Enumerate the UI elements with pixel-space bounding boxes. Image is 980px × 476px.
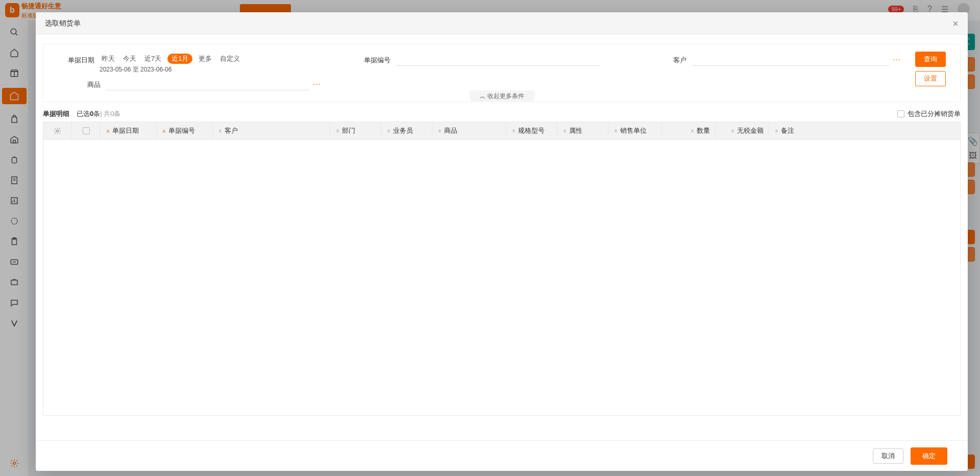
filter-customer-label: 客户 (651, 54, 692, 65)
col-customer[interactable]: ▲▼客户 (213, 122, 330, 139)
customer-picker-icon[interactable]: ··· (890, 55, 904, 64)
cancel-button[interactable]: 取消 (873, 448, 903, 464)
horizontal-scrollbar[interactable] (43, 433, 961, 440)
selected-count: 已选0条 (77, 109, 100, 118)
col-unit[interactable]: ▲▼销售单位 (608, 122, 662, 139)
date-tag-custom[interactable]: 自定义 (218, 54, 242, 64)
date-tag-today[interactable]: 今天 (121, 54, 138, 64)
column-settings-icon[interactable] (43, 122, 72, 139)
date-tag-last1month[interactable]: 近1月 (167, 54, 192, 64)
date-sep: 至 (133, 66, 139, 73)
chevron-up-icon: ︽ (480, 92, 485, 100)
col-docno[interactable]: ▲▼单据编号 (157, 122, 213, 139)
modal-overlay: 选取销货单 × 单据日期 昨天 今天 近7天 近1月 (0, 0, 980, 476)
select-sales-order-modal: 选取销货单 × 单据日期 昨天 今天 近7天 近1月 (36, 12, 968, 471)
customer-input[interactable] (692, 54, 890, 66)
docno-input[interactable] (396, 54, 600, 66)
filter-actions: 查询 设置 (915, 52, 946, 86)
filter-docno-label: 单据编号 (355, 54, 396, 65)
product-picker-icon[interactable]: ··· (310, 80, 324, 89)
include-split-label: 包含已分摊销货单 (908, 109, 961, 118)
col-amount[interactable]: ▲▼无税金额 (716, 122, 769, 139)
table-header: ▲▼单据日期 ▲▼单据编号 ▲▼客户 ▲▼部门 ▲▼业务员 ▲▼商品 ▲▼规格型… (43, 122, 961, 140)
filter-date-label: 单据日期 (59, 54, 100, 65)
table-body-empty (43, 140, 961, 416)
select-all-checkbox[interactable] (72, 122, 101, 139)
product-input[interactable] (106, 78, 310, 90)
collapse-filters-button[interactable]: ︽ 收起更多条件 (470, 90, 534, 102)
total-count: | 共0条 (100, 109, 120, 118)
modal-title: 选取销货单 (45, 19, 81, 28)
col-note[interactable]: ▲▼备注 (769, 122, 960, 139)
details-header: 单据明细 已选0条 | 共0条 包含已分摊销货单 (43, 109, 961, 118)
date-tag-last7[interactable]: 近7天 (142, 54, 163, 64)
confirm-button[interactable]: 确定 (911, 447, 947, 465)
details-title: 单据明细 (43, 109, 69, 118)
modal-body: 单据日期 昨天 今天 近7天 近1月 更多 自定义 2023 (36, 35, 968, 440)
date-to: 2023-06-06 (140, 66, 172, 73)
filter-panel: 单据日期 昨天 今天 近7天 近1月 更多 自定义 2023 (43, 44, 961, 102)
col-attr[interactable]: ▲▼属性 (557, 122, 608, 139)
col-dept[interactable]: ▲▼部门 (330, 122, 381, 139)
col-salesperson[interactable]: ▲▼业务员 (381, 122, 432, 139)
date-tag-more[interactable]: 更多 (197, 54, 214, 64)
close-icon[interactable]: × (952, 18, 959, 29)
settings-button[interactable]: 设置 (915, 71, 946, 86)
svg-point-22 (57, 130, 59, 132)
col-date[interactable]: ▲▼单据日期 (101, 122, 157, 139)
include-split-checkbox[interactable] (897, 110, 904, 117)
date-range-display: 2023-05-06 至 2023-06-06 (100, 65, 324, 74)
filter-product-label: 商品 (59, 78, 106, 89)
query-button[interactable]: 查询 (915, 52, 946, 67)
modal-header: 选取销货单 × (36, 12, 968, 35)
results-table: ▲▼单据日期 ▲▼单据编号 ▲▼客户 ▲▼部门 ▲▼业务员 ▲▼商品 ▲▼规格型… (43, 122, 961, 430)
date-from: 2023-05-06 (100, 66, 131, 73)
date-tag-yesterday[interactable]: 昨天 (100, 54, 117, 64)
col-qty[interactable]: ▲▼数量 (662, 122, 716, 139)
collapse-label: 收起更多条件 (487, 92, 524, 101)
modal-footer: 取消 确定 (36, 440, 968, 471)
col-spec[interactable]: ▲▼规格型号 (506, 122, 557, 139)
col-product[interactable]: ▲▼商品 (432, 122, 506, 139)
